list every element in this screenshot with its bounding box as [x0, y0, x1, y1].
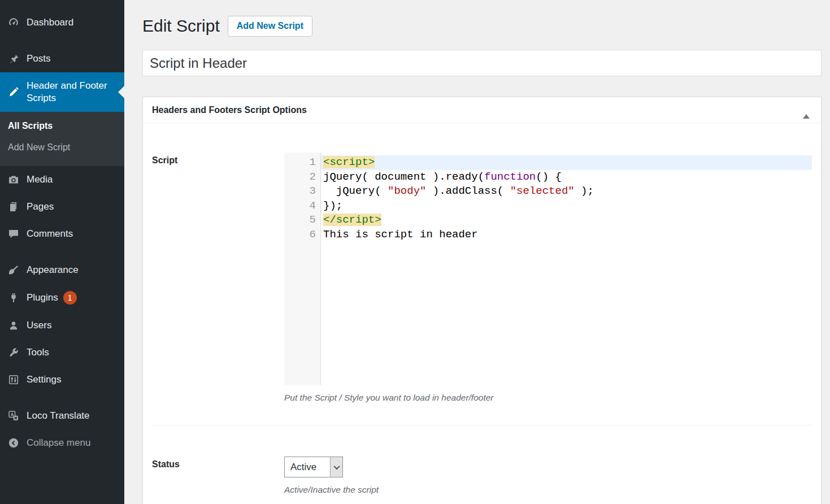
admin-menu: DashboardPostsHeader and Footer ScriptsA…	[0, 9, 124, 457]
sidebar-item-collapse-menu[interactable]: Collapse menu	[0, 429, 124, 457]
sidebar-subitem-add-new-script[interactable]: Add New Script	[0, 137, 124, 158]
add-new-script-button[interactable]: Add New Script	[228, 16, 312, 37]
page-title: Edit Script	[142, 16, 220, 36]
sidebar-item-label: Appearance	[27, 264, 79, 276]
sidebar-item-label: Header and Footer Scripts	[27, 80, 119, 105]
status-select-value: Active	[285, 457, 330, 477]
code-line: jQuery( document ).ready(function() {	[321, 170, 812, 185]
dashboard-icon	[8, 17, 19, 28]
sidebar-item-loco-translate[interactable]: Loco Translate	[0, 402, 124, 429]
menu-separator	[0, 247, 124, 257]
collapse-arrow-icon	[8, 437, 19, 449]
code-line: </script>	[321, 213, 812, 228]
admin-sidebar: DashboardPostsHeader and Footer ScriptsA…	[0, 0, 124, 504]
triangle-up-icon	[803, 106, 810, 119]
sidebar-item-label: Collapse menu	[27, 437, 90, 449]
update-count-badge: 1	[63, 291, 77, 305]
menu-separator	[0, 36, 124, 45]
metabox-body: Script 123456 <script>jQuery( document )…	[143, 123, 821, 495]
sidebar-item-label: Plugins	[27, 292, 58, 304]
sidebar-item-label: Pages	[27, 201, 54, 213]
tools-wrench-icon	[8, 347, 19, 358]
pages-icon	[8, 201, 19, 212]
sidebar-item-label: Media	[27, 173, 53, 186]
chevron-down-icon	[333, 463, 340, 469]
script-options-metabox: Headers and Footers Script Options Scrip…	[142, 97, 822, 504]
metabox-title: Headers and Footers Script Options	[152, 105, 801, 115]
sidebar-item-media[interactable]: Media	[0, 166, 124, 193]
script-field-row: Script 123456 <script>jQuery( document )…	[152, 123, 812, 403]
sidebar-item-header-footer-scripts[interactable]: Header and Footer Scripts	[0, 72, 124, 112]
sidebar-item-plugins[interactable]: Plugins1	[0, 284, 124, 312]
status-help-text: Active/Inactive the script	[284, 485, 812, 495]
code-line: jQuery( "body" ).addClass( "selected" );	[321, 184, 812, 199]
sidebar-subitem-all-scripts[interactable]: All Scripts	[0, 115, 124, 137]
sidebar-item-label: Settings	[27, 373, 61, 386]
translate-icon	[8, 410, 19, 422]
sidebar-item-label: Tools	[27, 346, 49, 359]
sidebar-item-label: Posts	[27, 53, 51, 65]
script-help-text: Put the Script / Style you want to load …	[284, 393, 812, 403]
metabox-header[interactable]: Headers and Footers Script Options	[143, 97, 821, 123]
line-number: 1	[284, 155, 316, 170]
settings-icon	[8, 374, 19, 385]
line-number: 2	[284, 170, 316, 185]
line-number: 3	[284, 184, 316, 199]
status-select[interactable]: Active	[284, 457, 343, 477]
code-line: This is script in header	[321, 228, 812, 242]
sidebar-item-comments[interactable]: Comments	[0, 220, 124, 247]
sidebar-item-dashboard[interactable]: Dashboard	[0, 9, 124, 36]
script-title-input[interactable]	[142, 50, 822, 76]
pushpin-icon	[8, 53, 19, 64]
sidebar-submenu: All ScriptsAdd New Script	[0, 112, 124, 166]
users-icon	[8, 320, 19, 331]
line-number: 4	[284, 199, 316, 214]
line-numbers-gutter: 123456	[284, 153, 321, 385]
sidebar-item-users[interactable]: Users	[0, 312, 124, 339]
sidebar-item-label: Users	[27, 319, 51, 332]
pencil-icon	[8, 86, 19, 98]
sidebar-item-settings[interactable]: Settings	[0, 366, 124, 393]
code-area[interactable]: <script>jQuery( document ).ready(functio…	[321, 153, 812, 385]
sidebar-item-label: Loco Translate	[27, 410, 90, 422]
page-header: Edit Script Add New Script	[142, 15, 822, 37]
sidebar-item-pages[interactable]: Pages	[0, 193, 124, 220]
code-line: });	[321, 199, 812, 214]
script-code-editor[interactable]: 123456 <script>jQuery( document ).ready(…	[284, 153, 812, 385]
sidebar-item-posts[interactable]: Posts	[0, 45, 124, 72]
sidebar-item-appearance[interactable]: Appearance	[0, 257, 124, 284]
sidebar-item-label: Dashboard	[27, 16, 73, 29]
script-field-control: 123456 <script>jQuery( document ).ready(…	[284, 153, 812, 403]
line-number: 6	[284, 228, 316, 242]
menu-separator	[0, 393, 124, 402]
script-field-label: Script	[152, 153, 284, 403]
main-content: Edit Script Add New Script Headers and F…	[124, 0, 830, 504]
plugins-plug-icon	[8, 292, 19, 303]
select-arrow-button[interactable]	[330, 457, 342, 477]
metabox-collapse-button[interactable]	[801, 103, 812, 116]
status-field-label: Status	[152, 457, 284, 495]
sidebar-item-tools[interactable]: Tools	[0, 339, 124, 366]
comments-icon	[8, 228, 19, 240]
appearance-brush-icon	[8, 264, 19, 276]
code-line: <script>	[321, 155, 812, 170]
media-icon	[8, 174, 19, 185]
sidebar-item-label: Comments	[27, 228, 73, 240]
status-field-control: Active Active/Inactive the script	[284, 457, 812, 495]
status-field-row: Status Active Active/Inactive the script	[152, 425, 812, 495]
line-number: 5	[284, 213, 316, 228]
